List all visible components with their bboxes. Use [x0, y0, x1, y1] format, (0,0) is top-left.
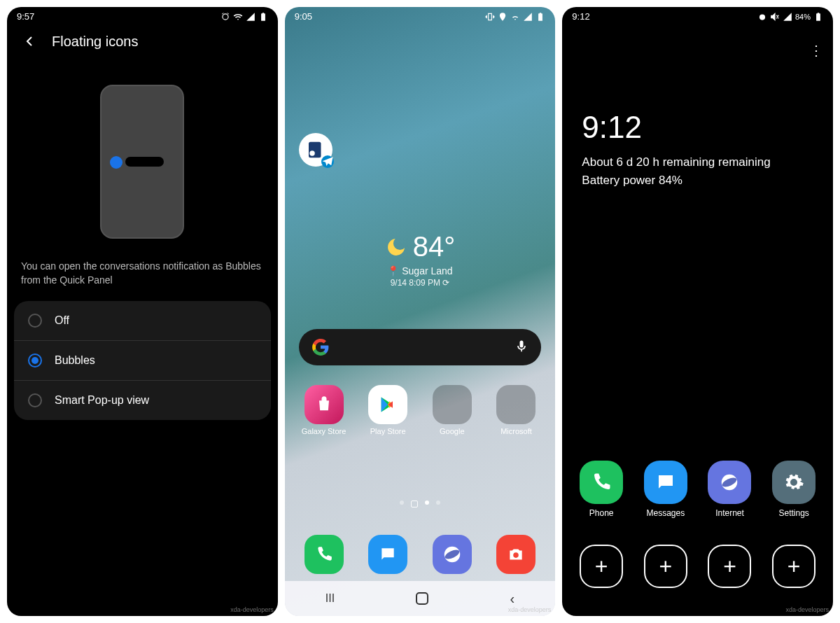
page-title: Floating icons [52, 34, 138, 50]
page-indicator[interactable] [285, 500, 556, 507]
quick-internet[interactable]: Internet [708, 461, 751, 518]
radio-icon [28, 314, 42, 328]
description-text: You can open the conversations notificat… [7, 260, 278, 301]
app-play-store[interactable]: Play Store [360, 385, 416, 435]
svg-point-7 [514, 552, 519, 558]
app-galaxy-store[interactable]: Galaxy Store [296, 385, 352, 435]
battery-remaining-text: About 6 d 20 h remaining remaining [582, 153, 813, 172]
bubble-graphic [110, 156, 122, 169]
location-icon [498, 12, 507, 22]
folder-microsoft[interactable]: Microsoft [488, 385, 544, 435]
back-icon[interactable] [21, 33, 38, 50]
camera-icon [496, 535, 536, 574]
add-app-slot[interactable]: + [644, 545, 687, 588]
clock-widget: 9:12 [562, 26, 833, 145]
wifi-icon [510, 12, 520, 22]
vibrate-icon [485, 12, 495, 22]
option-label: Off [55, 314, 69, 327]
status-icons [485, 12, 545, 22]
internet-icon [433, 535, 472, 574]
dot [436, 500, 440, 505]
quick-phone[interactable]: Phone [580, 461, 623, 518]
svg-point-8 [760, 14, 765, 20]
option-smart-popup[interactable]: Smart Pop-up view [14, 381, 271, 420]
nav-home-icon[interactable] [416, 592, 428, 605]
option-label: Bubbles [55, 354, 95, 367]
dot [400, 500, 404, 505]
google-icon [312, 338, 330, 356]
battery-icon [813, 12, 823, 22]
battery-power-text: Battery power 84% [582, 172, 813, 190]
status-time: 9:12 [572, 11, 589, 22]
wifi-icon [233, 12, 243, 22]
status-bar: 9:05 [285, 7, 556, 26]
option-off[interactable]: Off [14, 301, 271, 341]
messages-icon [368, 535, 407, 574]
status-bar: 9:12 84% [562, 7, 833, 26]
quick-messages[interactable]: Messages [644, 461, 687, 518]
folder-icon [496, 385, 536, 424]
radio-icon [28, 354, 42, 368]
battery-percent: 84% [795, 13, 811, 21]
location-text: 📍 Sugar Land [285, 265, 556, 276]
datetime-text: 9/14 8:09 PM ⟳ [285, 278, 556, 288]
alarm-icon [220, 12, 230, 22]
folder-icon [433, 385, 472, 424]
quick-settings[interactable]: Settings [772, 461, 816, 518]
screenshot-triptych: 9:57 Floating icons You can open the con… [0, 0, 840, 623]
svg-point-4 [390, 552, 392, 554]
google-search-bar[interactable] [299, 329, 542, 365]
signal-icon [783, 12, 792, 22]
options-list: Off Bubbles Smart Pop-up view [14, 301, 271, 420]
add-app-slot[interactable]: + [708, 545, 751, 588]
folder-google[interactable]: Google [424, 385, 480, 435]
pill-graphic [125, 157, 164, 167]
svg-point-2 [384, 552, 386, 554]
dot [425, 500, 429, 505]
signal-icon [523, 12, 533, 22]
header: Floating icons [7, 26, 278, 64]
battery-icon [536, 12, 545, 22]
nav-recents-icon[interactable]: III [326, 592, 335, 605]
status-time: 9:57 [17, 11, 34, 22]
panel-homescreen[interactable]: 9:05 84° 📍 Sugar Land 9/14 8:09 PM ⟳ [285, 7, 556, 616]
overflow-menu-icon[interactable]: ⋮ [809, 42, 822, 59]
dock-messages[interactable] [360, 535, 416, 574]
add-apps-row: + + + + [562, 545, 833, 588]
watermark: xda-developers [230, 606, 274, 613]
battery-icon [258, 12, 268, 22]
dock [285, 535, 556, 574]
add-app-slot[interactable]: + [580, 545, 623, 588]
telegram-badge-icon [321, 155, 334, 168]
signal-icon [246, 12, 255, 22]
phone-icon [580, 461, 623, 504]
svg-point-1 [309, 150, 315, 156]
dock-phone[interactable] [296, 535, 352, 574]
status-icons [220, 12, 268, 22]
nav-back-icon[interactable]: ‹ [510, 591, 515, 607]
phone-outline-graphic [100, 85, 184, 239]
mute-icon [770, 12, 780, 22]
weather-widget[interactable]: 84° 📍 Sugar Land 9/14 8:09 PM ⟳ [285, 231, 556, 288]
dock-camera[interactable] [488, 535, 544, 574]
status-time: 9:05 [295, 11, 312, 22]
panel-floating-icons-settings: 9:57 Floating icons You can open the con… [7, 7, 278, 616]
radio-icon [28, 393, 42, 407]
dock-internet[interactable] [424, 535, 480, 574]
floating-bubble[interactable] [299, 133, 332, 167]
home-dot-icon [411, 500, 418, 507]
settings-icon [772, 461, 816, 504]
watermark: xda-developers [785, 606, 829, 613]
mic-icon[interactable] [514, 339, 528, 356]
messages-icon [644, 461, 687, 504]
battery-info: About 6 d 20 h remaining remaining Batte… [562, 145, 833, 189]
temperature: 84° [413, 231, 456, 262]
illustration [7, 64, 278, 260]
add-app-slot[interactable]: + [772, 545, 816, 588]
phone-icon [304, 535, 344, 574]
option-bubbles[interactable]: Bubbles [14, 341, 271, 381]
svg-point-3 [387, 552, 389, 554]
homescreen-apps-row: Galaxy Store Play Store Google [285, 385, 556, 435]
internet-icon [708, 461, 751, 504]
play-store-icon [368, 385, 407, 424]
